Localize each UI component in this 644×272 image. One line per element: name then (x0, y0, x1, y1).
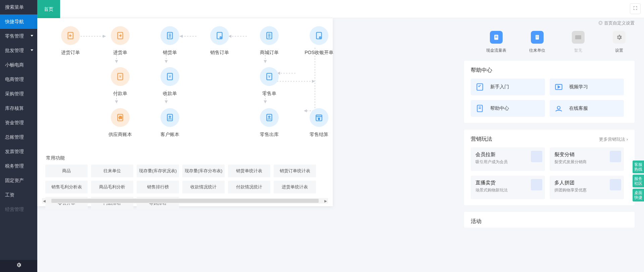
sidebar-settings[interactable] (0, 260, 37, 272)
svg-rect-2 (495, 37, 498, 38)
flow-node[interactable]: 商城订单 (244, 26, 294, 56)
svg-text:供: 供 (119, 116, 122, 119)
flow-node[interactable]: 销货单 (145, 26, 195, 56)
shortcut-settings[interactable]: 设置 (607, 31, 631, 53)
sidebar-item-ledger[interactable]: 总账管理 (0, 130, 37, 144)
flow-node[interactable]: 进货单 (95, 26, 145, 56)
sidebar-item-salary[interactable]: 工资 (0, 188, 37, 202)
target-icon: ◎ (598, 20, 604, 26)
common-function-button[interactable]: 销货单统计表 (228, 165, 270, 177)
sidebar: 搜索菜单 快捷导航 零售管理 批发管理 小畅电商 电商管理 采购管理 库存核算 … (0, 0, 37, 272)
edge-tag-hotline[interactable]: 客服热线 (633, 161, 644, 173)
edge-tag-community[interactable]: 服务社区 (633, 175, 644, 187)
flow-node[interactable]: 销售订单 (194, 26, 245, 56)
placeholder-icon (572, 31, 585, 44)
common-function-button[interactable]: 商品毛利分析 (91, 181, 133, 193)
flow-node[interactable]: 进货订单 (45, 26, 96, 56)
marketing-tile[interactable]: 裂变分销裂变式发展分销商 (550, 147, 624, 171)
commons-title: 常用功能 (46, 155, 325, 161)
sidebar-item-search[interactable]: 搜索菜单 (0, 0, 37, 14)
flow-label: 销货单 (145, 50, 195, 56)
tile-deco-icon (610, 151, 621, 162)
tile-deco-icon (531, 151, 542, 162)
common-function-button[interactable]: 往来单位 (91, 165, 133, 177)
svg-rect-3 (536, 35, 539, 39)
common-function-button[interactable]: 销售毛利分析表 (45, 181, 88, 193)
scroll-left-icon[interactable]: ◀ (42, 199, 47, 203)
svg-point-38 (319, 37, 321, 38)
tile-deco-icon (531, 179, 542, 190)
sidebar-item-inventory[interactable]: 库存核算 (0, 101, 37, 116)
chevron-down-icon (31, 35, 33, 37)
svg-rect-9 (477, 84, 482, 90)
expand-icon (633, 6, 638, 11)
flow-label: POS收银开单 (294, 50, 344, 56)
common-function-button[interactable]: 商品 (45, 165, 88, 177)
svg-point-14 (557, 106, 560, 109)
marketing-title: 营销玩法 (471, 136, 492, 143)
checklist-icon (475, 83, 484, 91)
flow-node[interactable]: ¥零售单 (244, 67, 294, 97)
common-function-button[interactable]: 收款情况统计 (182, 181, 225, 193)
svg-rect-6 (537, 37, 537, 38)
sidebar-item-tax[interactable]: 税务管理 (0, 159, 37, 173)
sidebar-item-xiaochang[interactable]: 小畅电商 (0, 58, 37, 72)
flow-node[interactable]: 零售出库 (244, 108, 294, 138)
edge-tag-desktop[interactable]: 桌面快捷 (633, 189, 644, 201)
marketing-more-link[interactable]: 更多营销玩法 › (599, 136, 628, 142)
flow-icon: 供 (111, 108, 130, 127)
common-function-button[interactable]: 销售排行榜 (137, 181, 179, 193)
flow-label: 销售订单 (194, 50, 245, 56)
flow-label: 商城订单 (244, 50, 294, 56)
help-tile-video[interactable]: 视频学习 (550, 79, 624, 95)
flow-node[interactable]: 供供应商账本 (95, 108, 145, 138)
flow-node[interactable]: ¥零售结算 (294, 108, 344, 138)
flow-diagram: 进货订单进货单销货单销售订单商城订单POS收银开单¥付款单¥收款单¥零售单供供应… (45, 26, 325, 153)
flow-node[interactable]: 客户账本 (145, 108, 195, 138)
common-function-button[interactable]: 进货单统计表 (274, 181, 316, 193)
common-function-button[interactable]: 现存量(库存状况表) (137, 165, 179, 177)
flow-icon: ¥ (160, 67, 179, 86)
marketing-tile[interactable]: 多人拼团拼团购物享受优惠 (550, 176, 624, 199)
flow-node[interactable]: ¥收款单 (145, 67, 195, 97)
flow-label: 零售结算 (294, 132, 344, 138)
flow-label: 进货单 (95, 50, 145, 56)
common-function-button[interactable]: 付款情况统计 (228, 181, 270, 193)
sidebar-item-fixed-assets[interactable]: 固定资产 (0, 173, 37, 188)
shortcut-contacts[interactable]: 往来单位 (525, 31, 549, 53)
help-tile-help[interactable]: 帮助中心 (471, 100, 545, 117)
help-tile-newbie[interactable]: 新手入门 (471, 79, 545, 95)
sidebar-item-funds[interactable]: 资金管理 (0, 116, 37, 130)
marketing-tile[interactable]: 会员拉新吸引用户成为会员 (471, 147, 545, 171)
gear-icon (16, 260, 22, 272)
sidebar-item-wholesale[interactable]: 批发管理 (0, 43, 37, 58)
quick-shortcuts: 现金流量表 往来单位 暂无 设置 (464, 29, 635, 61)
help-tile-support[interactable]: 在线客服 (550, 100, 624, 117)
flow-icon (310, 26, 328, 45)
scroll-thumb[interactable] (51, 199, 319, 203)
flow-icon (160, 26, 179, 45)
right-column: ◎ 首页自定义设置 现金流量表 往来单位 暂无 设置 帮助中心 新手入门 (464, 20, 635, 234)
flow-node[interactable]: ¥付款单 (95, 67, 145, 97)
building-icon (531, 31, 544, 44)
chevron-right-icon: › (627, 137, 628, 142)
tab-home[interactable]: 首页 (37, 0, 60, 18)
headset-icon (554, 104, 563, 113)
svg-point-48 (169, 116, 171, 118)
flow-node[interactable]: POS收银开单 (294, 26, 344, 56)
sidebar-item-quicknav[interactable]: 快捷导航 (0, 14, 37, 29)
scroll-right-icon[interactable]: ▶ (323, 199, 328, 203)
common-function-button[interactable]: 现存量(库存分布表) (182, 165, 225, 177)
sidebar-item-operations[interactable]: 经营管理 (0, 202, 37, 217)
activity-title: 活动 (471, 218, 628, 225)
sidebar-item-purchase[interactable]: 采购管理 (0, 87, 37, 101)
common-function-button[interactable]: 销货订单统计表 (274, 165, 316, 177)
sidebar-item-invoice[interactable]: 发票管理 (0, 144, 37, 159)
shortcut-cashflow[interactable]: 现金流量表 (484, 31, 508, 53)
fullscreen-button[interactable] (630, 3, 641, 14)
sidebar-item-ecommerce[interactable]: 电商管理 (0, 72, 37, 87)
customize-link[interactable]: ◎ 首页自定义设置 (464, 20, 635, 26)
marketing-tile[interactable]: 直播卖货场景式购物新玩法 (471, 176, 545, 199)
sidebar-item-retail[interactable]: 零售管理 (0, 29, 37, 43)
flyout-scrollbar[interactable]: ◀ ▶ (42, 198, 328, 203)
